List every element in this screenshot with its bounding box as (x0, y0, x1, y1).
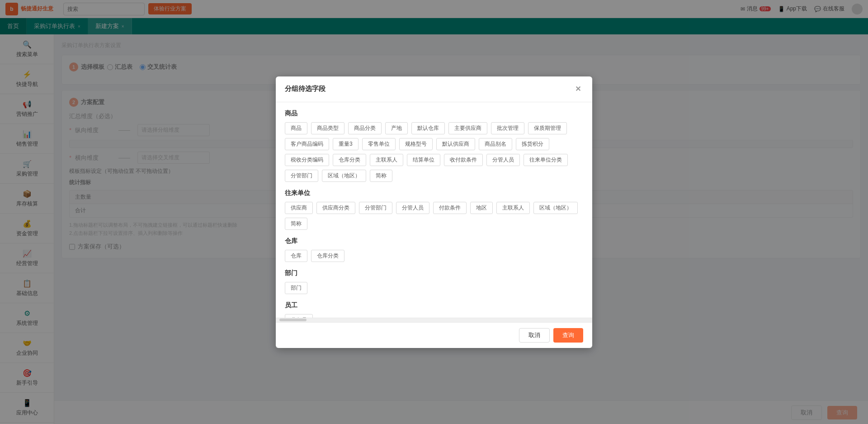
section-product: 商品 商品 商品类型 商品分类 产地 默认仓库 主要供应商 批次管理 保质期管理… (285, 110, 583, 182)
section-warehouse-title: 仓库 (285, 237, 583, 245)
department-tags: 部门 (285, 282, 583, 294)
employee-tags: 业务员 (285, 314, 583, 318)
section-product-title: 商品 (285, 110, 583, 118)
modal-overlay: 分组待选字段 ✕ 商品 商品 商品类型 商品分类 产地 默认仓库 主要供应商 批… (0, 0, 868, 424)
tag-department[interactable]: 部门 (285, 282, 307, 294)
tag-weight[interactable]: 重量3 (333, 138, 359, 150)
tag-payment-terms[interactable]: 收付款条件 (444, 154, 483, 166)
tag-area[interactable]: 地区 (470, 202, 493, 214)
tag-supervisor[interactable]: 分管人员 (486, 154, 520, 166)
tag-abbr[interactable]: 简称 (370, 170, 392, 182)
tag-default-warehouse[interactable]: 默认仓库 (411, 122, 445, 134)
modal-footer: 取消 查询 (276, 322, 592, 348)
tag-warehouse-category[interactable]: 仓库分类 (333, 154, 366, 166)
section-counterpart: 往来单位 供应商 供应商分类 分管部门 分管人员 付款条件 地区 主联系人 区域… (285, 189, 583, 230)
modal-header: 分组待选字段 ✕ (276, 76, 592, 102)
tag-product-type[interactable]: 商品类型 (311, 122, 344, 134)
modal-close-btn[interactable]: ✕ (572, 84, 583, 95)
tag-supplier-category[interactable]: 供应商分类 (316, 202, 355, 214)
tag-tax-code[interactable]: 税收分类编码 (285, 154, 329, 166)
tag-dept[interactable]: 分管部门 (359, 202, 392, 214)
section-warehouse: 仓库 仓库 仓库分类 (285, 237, 583, 262)
tag-counterpart-category[interactable]: 往来单位分类 (524, 154, 568, 166)
section-counterpart-title: 往来单位 (285, 189, 583, 197)
tag-warehouse[interactable]: 仓库 (285, 250, 307, 262)
tag-supervisor-dept[interactable]: 分管部门 (285, 170, 318, 182)
warehouse-tags: 仓库 仓库分类 (285, 250, 583, 262)
hscrollbar-thumb (279, 319, 307, 321)
modal-cancel-btn[interactable]: 取消 (519, 328, 550, 343)
product-tags: 商品 商品类型 商品分类 产地 默认仓库 主要供应商 批次管理 保质期管理 客户… (285, 122, 583, 182)
section-employee: 员工 业务员 (285, 301, 583, 318)
tag-retail-unit[interactable]: 零售单位 (362, 138, 396, 150)
tag-contact[interactable]: 主联系人 (496, 202, 530, 214)
tag-product-alias[interactable]: 商品别名 (479, 138, 512, 150)
tag-region[interactable]: 区域（地区） (322, 170, 366, 182)
tag-pick-points[interactable]: 拣货积分 (516, 138, 549, 150)
modal-body[interactable]: 商品 商品 商品类型 商品分类 产地 默认仓库 主要供应商 批次管理 保质期管理… (276, 102, 592, 318)
tag-person[interactable]: 分管人员 (396, 202, 429, 214)
counterpart-tags: 供应商 供应商分类 分管部门 分管人员 付款条件 地区 主联系人 区域（地区） … (285, 202, 583, 230)
tag-product-category[interactable]: 商品分类 (348, 122, 382, 134)
tag-region2[interactable]: 区域（地区） (533, 202, 578, 214)
tag-spec-model[interactable]: 规格型号 (399, 138, 433, 150)
tag-origin[interactable]: 产地 (385, 122, 408, 134)
tag-product[interactable]: 商品 (285, 122, 307, 134)
tag-salesperson[interactable]: 业务员 (285, 314, 313, 318)
tag-settlement-unit[interactable]: 结算单位 (407, 154, 440, 166)
field-selection-modal: 分组待选字段 ✕ 商品 商品 商品类型 商品分类 产地 默认仓库 主要供应商 批… (276, 76, 592, 348)
tag-main-supplier[interactable]: 主要供应商 (448, 122, 487, 134)
section-employee-title: 员工 (285, 301, 583, 310)
section-department: 部门 部门 (285, 269, 583, 294)
tag-supplier[interactable]: 供应商 (285, 202, 313, 214)
tag-payment[interactable]: 付款条件 (433, 202, 467, 214)
modal-title: 分组待选字段 (285, 85, 326, 93)
section-department-title: 部门 (285, 269, 583, 277)
tag-warehouse-type[interactable]: 仓库分类 (311, 250, 344, 262)
tag-customer-code[interactable]: 客户商品编码 (285, 138, 329, 150)
modal-hscrollbar[interactable] (276, 318, 592, 322)
tag-main-contact[interactable]: 主联系人 (370, 154, 403, 166)
modal-confirm-btn[interactable]: 查询 (553, 328, 583, 343)
tag-short[interactable]: 简称 (285, 218, 307, 230)
tag-shelf-life[interactable]: 保质期管理 (528, 122, 567, 134)
tag-default-supplier[interactable]: 默认供应商 (436, 138, 475, 150)
tag-batch-mgmt[interactable]: 批次管理 (491, 122, 524, 134)
